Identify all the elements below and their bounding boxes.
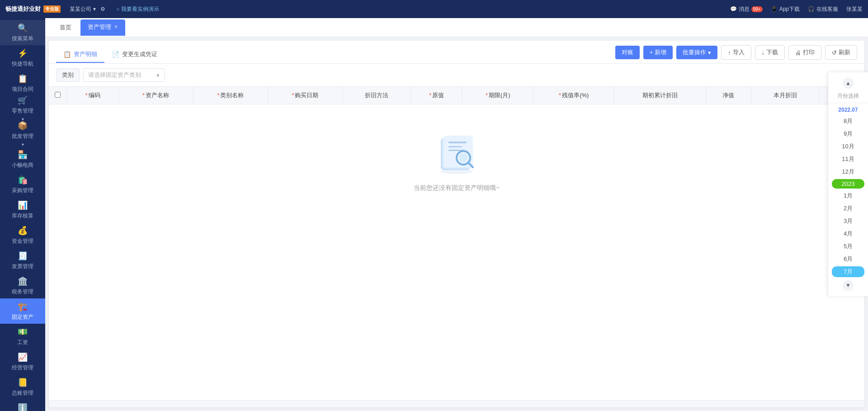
sidebar-item-base-info[interactable]: ℹ️ 基础信息 <box>0 400 45 411</box>
sidebar-item-wholesale[interactable]: 📦 批发管理 ▾ <box>0 121 45 146</box>
sidebar-item-quicknav[interactable]: ⚡ 快捷导航 <box>0 45 45 71</box>
sub-tabs: 📋 资产明细 📄 变更生成凭证 对账 + 新增 批量操作 <box>49 41 864 64</box>
sidebar-ecommerce-label: 小畅电商 <box>12 161 33 169</box>
batch-ops-label: 批量操作 <box>683 48 706 57</box>
month-panel-up-arrow[interactable]: ▲ <box>828 76 868 90</box>
month-item-5[interactable]: 5月 <box>828 240 868 253</box>
app-name: 畅捷通好业财 <box>5 5 41 13</box>
import-button[interactable]: ↑ 导入 <box>721 45 751 60</box>
message-badge: 99+ <box>751 6 763 12</box>
online-service-button[interactable]: 🎧 在线客服 <box>808 5 838 13</box>
sidebar-item-inventory[interactable]: 📊 库存核算 <box>0 197 45 222</box>
month-item-7[interactable]: 7月 <box>832 266 864 277</box>
sidebar-item-ledger[interactable]: 📒 总账管理 <box>0 374 45 400</box>
sidebar-item-tax[interactable]: 🏛️ 税务管理 <box>0 273 45 298</box>
operations-icon: 📈 <box>18 352 28 362</box>
table-header-row: *编码 *资产名称 *类别名称 *购买日期 折旧方法 *原值 *期限(月) *残… <box>49 87 864 104</box>
add-new-button[interactable]: + 新增 <box>643 46 673 59</box>
settings-icon[interactable]: ⚙ <box>100 6 105 12</box>
month-item-11[interactable]: 11月 <box>828 153 868 165</box>
import-icon: ↑ <box>728 49 731 56</box>
sidebar-item-purchase[interactable]: 🛍️ 采购管理 <box>0 172 45 197</box>
th-original-value: *原值 <box>411 87 462 104</box>
app-download-label: App下载 <box>779 5 800 13</box>
sidebar-item-project[interactable]: 📋 项目合同 <box>0 71 45 96</box>
reconcile-label: 对账 <box>622 48 633 57</box>
sidebar-purchase-label: 采购管理 <box>12 187 33 194</box>
company-name: 某某公司 <box>70 5 91 13</box>
month-item-9[interactable]: 9月 <box>828 128 868 140</box>
batch-ops-arrow-icon: ▾ <box>708 49 711 56</box>
sidebar-invoice-label: 发票管理 <box>12 263 33 270</box>
asset-detail-icon: 📋 <box>63 51 71 58</box>
sidebar-item-fixed-assets[interactable]: 🏗️ 固定资产 <box>0 298 45 324</box>
month-item-12[interactable]: 12月 <box>828 165 868 178</box>
tab-home[interactable]: 首页 <box>52 20 79 35</box>
finance-icon: 💰 <box>18 226 28 236</box>
month-item-year-2023[interactable]: 2023 <box>832 179 864 189</box>
month-panel-current-year[interactable]: 2022.07 <box>828 105 868 115</box>
sidebar-project-label: 项目合同 <box>12 85 33 93</box>
th-purchase-date: *购买日期 <box>268 87 342 104</box>
category-label: 类别 <box>56 68 80 82</box>
download-button[interactable]: ↓ 下载 <box>755 45 785 60</box>
sidebar-item-invoice[interactable]: 🧾 发票管理 <box>0 248 45 273</box>
online-service-label: 在线客服 <box>816 5 838 13</box>
headset-icon: 🎧 <box>808 6 815 12</box>
import-label: 导入 <box>733 48 745 57</box>
tab-home-label: 首页 <box>60 24 71 32</box>
refresh-button[interactable]: ↺ 刷新 <box>825 45 857 60</box>
app-download-button[interactable]: 📱 App下载 <box>771 5 800 13</box>
bottom-scrollbar[interactable] <box>49 400 864 407</box>
assets-table: *编码 *资产名称 *类别名称 *购买日期 折旧方法 *原值 *期限(月) *残… <box>49 87 864 104</box>
th-period-months: *期限(月) <box>462 87 533 104</box>
demo-link[interactable]: ○ 我要看实例演示 <box>116 5 159 13</box>
month-item-6[interactable]: 6月 <box>828 253 868 265</box>
month-down-button[interactable]: ▼ <box>843 280 854 291</box>
add-new-label: + 新增 <box>650 48 666 57</box>
sidebar-fixed-assets-label: 固定资产 <box>12 313 33 321</box>
month-up-button[interactable]: ▲ <box>843 78 854 89</box>
sub-tab-asset-detail[interactable]: 📋 资产明细 <box>56 47 104 63</box>
sidebar-item-salary[interactable]: 💵 工资 <box>0 324 45 349</box>
month-item-2[interactable]: 2月 <box>828 202 868 215</box>
tab-close-icon[interactable]: ✕ <box>114 24 118 30</box>
category-placeholder: 请选择固定资产类别 <box>88 71 141 79</box>
month-item-8[interactable]: 8月 <box>828 115 868 128</box>
month-panel-title: 月份选择 <box>828 90 868 103</box>
month-panel-down-arrow[interactable]: ▼ <box>828 278 868 293</box>
sub-tab-change-voucher-label: 变更生成凭证 <box>122 50 157 58</box>
tab-asset-manage-label: 资产管理 <box>88 23 111 31</box>
month-item-4[interactable]: 4月 <box>828 227 868 240</box>
batch-ops-button[interactable]: 批量操作 ▾ <box>676 46 717 59</box>
sidebar-retail-label: 零售管理 <box>12 107 33 115</box>
print-button[interactable]: 🖨 打印 <box>788 45 821 60</box>
select-all-checkbox[interactable] <box>55 92 61 98</box>
download-label: 下载 <box>766 48 778 57</box>
tab-asset-manage[interactable]: 资产管理 ✕ <box>80 19 125 36</box>
sidebar-item-finance[interactable]: 💰 资金管理 <box>0 222 45 248</box>
message-button[interactable]: 💬 消息 99+ <box>730 5 763 13</box>
reconcile-button[interactable]: 对账 <box>615 46 640 59</box>
sidebar-salary-label: 工资 <box>17 339 28 346</box>
message-icon: 💬 <box>730 6 737 12</box>
user-menu[interactable]: 张某某 <box>846 5 863 13</box>
month-item-1[interactable]: 1月 <box>828 189 868 202</box>
th-monthly-depreciation: 本月折旧 <box>751 87 819 104</box>
content-area: 首页 资产管理 ✕ 📋 资产明细 📄 变更生成凭证 <box>45 18 868 411</box>
sidebar-item-operations[interactable]: 📈 经营管理 <box>0 349 45 374</box>
month-item-10[interactable]: 10月 <box>828 140 868 153</box>
empty-text: 当前您还没有固定资产明细哦~ <box>414 184 500 192</box>
wholesale-icon: 📦 <box>18 121 28 131</box>
company-selector[interactable]: 某某公司 ▾ ⚙ <box>70 5 105 13</box>
fixed-assets-icon: 🏗️ <box>18 302 28 312</box>
month-item-3[interactable]: 3月 <box>828 215 868 227</box>
sub-tab-change-voucher[interactable]: 📄 变更生成凭证 <box>104 47 165 63</box>
checkbox-header[interactable] <box>49 87 67 104</box>
sidebar-item-retail[interactable]: 🛒 零售管理 ▾ <box>0 96 45 121</box>
category-select[interactable]: 请选择固定资产类别 ▾ <box>83 68 165 82</box>
sidebar-ledger-label: 总账管理 <box>12 389 33 397</box>
company-dropdown-icon: ▾ <box>93 6 96 12</box>
sidebar-item-ecommerce[interactable]: 🏪 小畅电商 <box>0 146 45 172</box>
sidebar-item-search[interactable]: 🔍 搜索菜单 <box>0 20 45 45</box>
